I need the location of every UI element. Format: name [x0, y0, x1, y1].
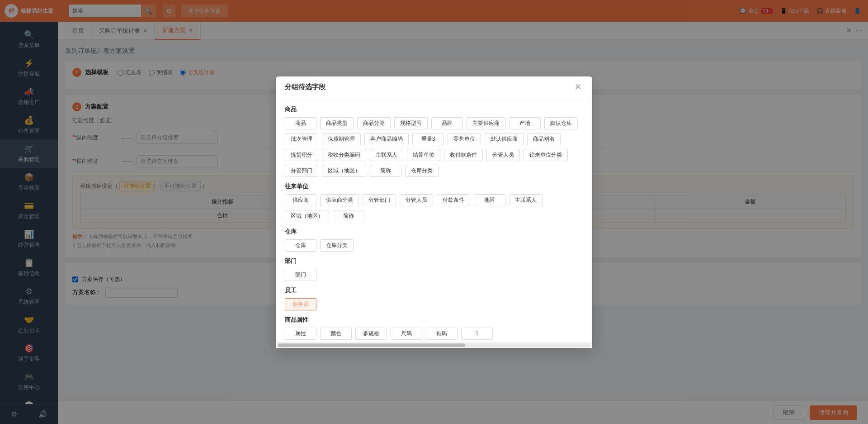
field-tag[interactable]: 部门: [285, 269, 316, 281]
field-tag[interactable]: 分管部门: [363, 194, 396, 206]
field-tag[interactable]: 往来单位分类: [524, 149, 568, 161]
field-tag[interactable]: 商品别名: [527, 133, 561, 145]
field-tag[interactable]: 拣货积分: [285, 149, 318, 161]
section-title-商品属性: 商品属性: [285, 316, 583, 324]
field-tag[interactable]: 默认供应商: [485, 133, 524, 145]
modal-dialog: 分组待选字段 ✕ 商品商品商品类型商品分类规格型号品牌主要供应商产地默认仓库批次…: [276, 76, 592, 348]
field-tag[interactable]: 属性: [285, 328, 316, 340]
field-tag[interactable]: 区域（地区）: [285, 210, 329, 222]
modal-overlay: 分组待选字段 ✕ 商品商品商品类型商品分类规格型号品牌主要供应商产地默认仓库批次…: [0, 0, 868, 424]
field-tag[interactable]: 供应商: [285, 194, 316, 206]
field-tag[interactable]: 主联系人: [370, 149, 403, 161]
field-tag[interactable]: 简称: [370, 165, 401, 177]
section-title-仓库: 仓库: [285, 228, 583, 236]
field-tag[interactable]: 主联系人: [509, 194, 542, 206]
field-tag[interactable]: 商品类型: [320, 117, 354, 129]
field-tag[interactable]: 简称: [333, 210, 364, 222]
modal-hscrollbar[interactable]: [276, 343, 592, 348]
section-title-往来单位: 往来单位: [285, 182, 583, 191]
field-grid-员工: 业务员: [285, 298, 583, 310]
field-tag[interactable]: 付款条件: [437, 194, 470, 206]
field-tag[interactable]: 颜色: [320, 328, 352, 340]
field-tag[interactable]: 业务员: [285, 298, 316, 310]
modal-header: 分组待选字段 ✕: [276, 76, 592, 98]
field-tag[interactable]: 供应商分类: [320, 194, 359, 206]
field-grid-仓库: 仓库仓库分类: [285, 239, 583, 252]
field-tag[interactable]: 品牌: [431, 117, 463, 129]
field-grid-往来单位: 供应商供应商分类分管部门分管人员付款条件地区主联系人区域（地区）简称: [285, 194, 583, 222]
field-tag[interactable]: 分管人员: [486, 149, 520, 161]
field-tag[interactable]: 分管人员: [400, 194, 433, 206]
field-tag[interactable]: 批次管理: [285, 133, 318, 145]
field-tag[interactable]: 分管部门: [285, 165, 318, 177]
field-tag[interactable]: 产地: [509, 117, 541, 129]
field-tag[interactable]: 结算单位: [407, 149, 440, 161]
section-title-部门: 部门: [285, 257, 583, 265]
hscrollbar-thumb: [278, 343, 465, 347]
field-tag[interactable]: 主要供应商: [467, 117, 505, 129]
field-grid-商品: 商品商品类型商品分类规格型号品牌主要供应商产地默认仓库批次管理保质期管理客户商品…: [285, 117, 583, 177]
section-title-员工: 员工: [285, 286, 583, 295]
field-tag[interactable]: 1: [461, 328, 493, 340]
field-tag[interactable]: 区域（地区）: [322, 165, 366, 177]
field-tag[interactable]: 尺码: [391, 328, 422, 340]
field-tag[interactable]: 税收分类编码: [322, 149, 366, 161]
modal-close-button[interactable]: ✕: [572, 81, 583, 92]
field-tag[interactable]: 规格型号: [394, 117, 428, 129]
field-tag[interactable]: 仓库分类: [405, 165, 439, 177]
modal-title: 分组待选字段: [285, 83, 326, 91]
field-tag[interactable]: 仓库: [285, 239, 316, 252]
section-title-商品: 商品: [285, 105, 583, 114]
field-tag[interactable]: 重量3: [412, 133, 444, 145]
field-tag[interactable]: 鞋码: [426, 328, 458, 340]
field-grid-商品属性: 属性颜色多规格尺码鞋码1: [285, 328, 583, 340]
field-tag[interactable]: 收付款条件: [444, 149, 483, 161]
field-tag[interactable]: 默认仓库: [544, 117, 578, 129]
field-tag[interactable]: 多规格: [355, 328, 387, 340]
field-tag[interactable]: 客户商品编码: [364, 133, 409, 145]
field-tag[interactable]: 保质期管理: [322, 133, 361, 145]
field-tag[interactable]: 商品分类: [357, 117, 391, 129]
field-tag[interactable]: 仓库分类: [320, 239, 354, 252]
field-tag[interactable]: 零售单位: [448, 133, 481, 145]
field-tag[interactable]: 商品: [285, 117, 316, 129]
field-grid-部门: 部门: [285, 269, 583, 281]
modal-body: 商品商品商品类型商品分类规格型号品牌主要供应商产地默认仓库批次管理保质期管理客户…: [276, 98, 592, 343]
field-tag[interactable]: 地区: [474, 194, 505, 206]
